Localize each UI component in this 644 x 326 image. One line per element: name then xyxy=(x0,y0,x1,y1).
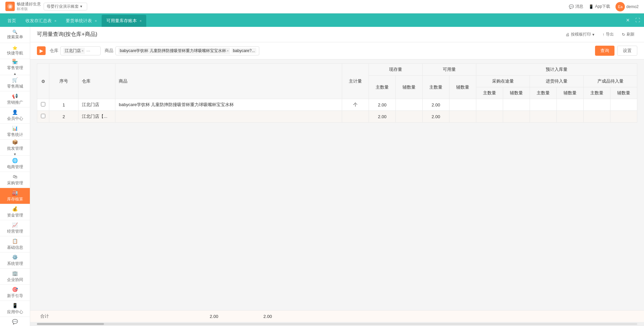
member-icon: 👤 xyxy=(12,109,18,115)
page-title: 可用量查询(按仓库+商品) xyxy=(37,31,97,38)
chevron-wholesale-icon: ▼ xyxy=(13,152,17,156)
tab-home[interactable]: 首页 xyxy=(3,15,21,27)
template-print-btn[interactable]: 🖨 按模板打印 ▾ xyxy=(563,30,597,39)
industry-label: 母婴行业演示账套 xyxy=(47,4,79,9)
sidebar-item-finance[interactable]: 💰 资金管理 xyxy=(0,204,30,220)
warehouse-tag-close[interactable]: × xyxy=(82,49,84,53)
logo-text-area: 畅捷通好生意 标准版 xyxy=(17,2,41,11)
sidebar-item-enterprise[interactable]: 🏢 企业协同 xyxy=(0,269,30,285)
avatar: Ea xyxy=(615,2,625,11)
content-area: 可用量查询(按仓库+商品) 🖨 按模板打印 ▾ ↑ 导出 ↻ 刷新 xyxy=(30,27,644,326)
cell-incoming-main xyxy=(530,111,557,123)
sidebar-item-retail-mgmt[interactable]: 🏪 零售管理 ▲ xyxy=(0,59,30,75)
app-download-label: App下载 xyxy=(595,4,610,9)
sidebar-purchase-label: 采购管理 xyxy=(7,180,23,186)
row-checkbox[interactable] xyxy=(41,114,45,118)
sidebar-item-retail-mall[interactable]: 🛒 零售商城 xyxy=(0,75,30,91)
table-row[interactable]: 1 江北门店 babycare学饮杯 儿童防摔防撞吸管杯重力球吸嘴杯宝宝水杯 个… xyxy=(37,99,637,111)
filter-actions: 查询 设置 xyxy=(595,46,637,56)
product-tag-1-text: babycare学饮杯 儿童防摔防撞吸管杯重力球吸嘴杯宝宝水杯 xyxy=(120,48,226,54)
table-row[interactable]: 2 江北门店【... 2.00 2.00 xyxy=(37,111,637,123)
sidebar-item-purchase[interactable]: 🛍 采购管理 xyxy=(0,172,30,188)
query-btn[interactable]: 查询 xyxy=(595,46,614,56)
sidebar-mall-label: 零售商城 xyxy=(7,84,23,89)
tab-available-stock-close[interactable]: × xyxy=(140,19,142,23)
message-label: 消息 xyxy=(575,4,583,9)
warehouse-ellipsis: ··· xyxy=(86,48,90,53)
warehouse-filter-group: 仓库 江北门店 × ··· xyxy=(50,46,101,55)
cell-product xyxy=(115,111,342,123)
tab-receive-send-close[interactable]: × xyxy=(54,19,56,23)
sidebar-system-label: 系统管理 xyxy=(7,261,23,267)
setting-btn[interactable]: 设置 xyxy=(617,46,637,56)
sidebar-item-guide[interactable]: 🎯 新手引导 xyxy=(0,285,30,301)
filter-toggle-btn[interactable]: ▶ xyxy=(37,46,46,55)
th-settings[interactable]: ⚙ xyxy=(37,64,49,99)
th-available-group: 可用量 xyxy=(423,64,476,76)
cell-avail-main: 2.00 xyxy=(423,111,449,123)
username-label: demo2 xyxy=(626,4,639,9)
close-all-icon[interactable]: ✕ xyxy=(625,16,631,24)
product-tag-1-close[interactable]: × xyxy=(227,49,229,53)
scroll-track[interactable] xyxy=(37,323,637,325)
filter-bar: ▶ 仓库 江北门店 × ··· 商品 babycare学饮杯 儿童防摔防撞吸管杯… xyxy=(30,42,644,59)
sidebar-item-wechat[interactable]: 💬 企业微信 xyxy=(0,317,30,326)
sidebar-finance-label: 资金管理 xyxy=(7,213,23,218)
row-checkbox[interactable] xyxy=(41,102,45,106)
export-btn[interactable]: ↑ 导出 xyxy=(600,30,616,39)
top-bar-right: 💬 消息 📱 App下载 Ea demo2 xyxy=(569,2,639,11)
ecommerce-icon: 🌐 xyxy=(12,158,18,163)
th-avail-main: 主数量 xyxy=(423,76,449,99)
sidebar-item-marketing[interactable]: 📢 营销推广 xyxy=(0,91,30,107)
product-filter-label: 商品 xyxy=(105,48,113,54)
cell-seq: 1 xyxy=(49,99,78,111)
sidebar-item-member[interactable]: 👤 会员中心 xyxy=(0,107,30,124)
sidebar-ops-label: 经营管理 xyxy=(7,229,23,234)
quick-nav-btn[interactable]: ⭐ 快捷导航 xyxy=(0,43,30,59)
sidebar-item-ops[interactable]: 📈 经营管理 xyxy=(0,220,30,236)
refresh-btn[interactable]: ↻ 刷新 xyxy=(619,30,637,39)
th-products-main: 主数量 xyxy=(584,87,610,99)
horizontal-scrollbar[interactable] xyxy=(30,322,644,326)
ops-icon: 📈 xyxy=(12,222,18,228)
cell-check[interactable] xyxy=(37,111,49,123)
data-table: ⚙ 序号 仓库 商品 主计量 现存量 可用量 预计入库量 主数量 辅数量 主数量… xyxy=(37,63,637,123)
warehouse-input[interactable]: 江北门店 × ··· xyxy=(60,46,101,55)
tab-receive-send[interactable]: 收发存汇总表 × xyxy=(21,15,61,27)
svg-text:捷: 捷 xyxy=(8,5,12,8)
th-incoming-group: 进货待入量 xyxy=(530,76,584,87)
sidebar-item-retail-stats[interactable]: 📊 零售统计 xyxy=(0,124,30,140)
expand-icon[interactable]: ⛶ xyxy=(634,16,641,24)
th-warehouse: 仓库 xyxy=(78,64,115,99)
search-icon: 🔍 xyxy=(12,30,17,34)
refresh-icon: ↻ xyxy=(622,32,625,37)
sidebar-item-ecommerce[interactable]: 🌐 电商管理 xyxy=(0,156,30,172)
sidebar-item-stock-check[interactable]: 🏭 库存核算 xyxy=(0,188,30,204)
tab-available-stock[interactable]: 可用量库存账本 × xyxy=(102,15,146,27)
sidebar-guide-label: 新手引导 xyxy=(7,293,23,299)
sidebar-item-wholesale[interactable]: 📦 批发管理 ▼ xyxy=(0,140,30,156)
table-footer: 合计 2.00 2.00 xyxy=(30,310,644,322)
basic-icon: 📋 xyxy=(12,238,18,244)
app-download-btn[interactable]: 📱 App下载 xyxy=(589,4,610,9)
message-btn[interactable]: 💬 消息 xyxy=(569,4,583,9)
th-purchase-on-way-group: 采购在途量 xyxy=(476,76,530,87)
cell-warehouse: 江北门店【... xyxy=(78,111,115,123)
tab-receive-send-label: 收发存汇总表 xyxy=(25,18,52,24)
sidebar-stock-label: 库存核算 xyxy=(7,196,23,202)
sidebar-item-app-center[interactable]: 📱 应用中心 xyxy=(0,301,30,317)
page-header: 可用量查询(按仓库+商品) 🖨 按模板打印 ▾ ↑ 导出 ↻ 刷新 xyxy=(30,27,644,42)
system-icon: ⚙️ xyxy=(12,254,18,260)
search-menu-btn[interactable]: 🔍 搜索菜单 xyxy=(0,27,30,43)
scroll-thumb[interactable] xyxy=(37,323,104,325)
tab-order-stats[interactable]: 要货单统计表 × xyxy=(61,15,101,27)
cell-main-unit: 个 xyxy=(342,99,369,111)
cell-check[interactable] xyxy=(37,99,49,111)
cell-warehouse: 江北门店 xyxy=(78,99,115,111)
sidebar-item-system[interactable]: ⚙️ 系统管理 xyxy=(0,252,30,269)
industry-selector[interactable]: 母婴行业演示账套 ▾ xyxy=(44,3,87,10)
tab-order-stats-close[interactable]: × xyxy=(95,19,97,23)
sidebar-item-basic[interactable]: 📋 基础信息 xyxy=(0,236,30,252)
user-area[interactable]: Ea demo2 xyxy=(615,2,639,11)
product-input[interactable]: babycare学饮杯 儿童防摔防撞吸管杯重力球吸嘴杯宝宝水杯 × babyca… xyxy=(115,46,259,55)
